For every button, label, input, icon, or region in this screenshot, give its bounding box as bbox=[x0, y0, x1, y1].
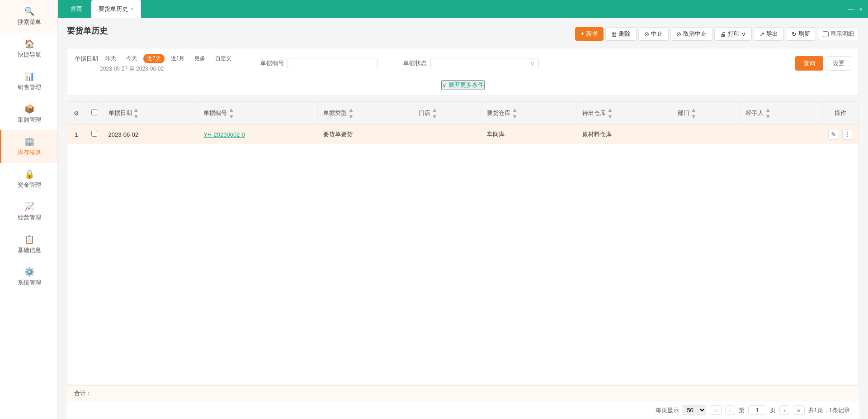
date-btn-custom[interactable]: 自定义 bbox=[212, 54, 235, 63]
sort-department[interactable]: ▲▼ bbox=[691, 106, 697, 120]
delete-button[interactable]: 🗑 删除 bbox=[605, 27, 637, 41]
purchase-mgmt-icon: 📦 bbox=[24, 104, 34, 114]
row-detail-icon[interactable]: ⋮ bbox=[842, 129, 853, 140]
topbar-right-controls: — × bbox=[848, 6, 863, 13]
action-bar: + 新增 🗑 删除 ⊘ 中止 ⊘ 取消中止 🖨 打印 ∨ bbox=[575, 27, 859, 41]
sidebar-label-sys-mgmt: 系统管理 bbox=[18, 279, 41, 287]
sidebar-label-quick-nav: 快捷导航 bbox=[18, 51, 41, 59]
th-store: 门店 ▲▼ bbox=[413, 102, 481, 125]
base-info-icon: 📋 bbox=[24, 234, 34, 244]
table-header-row: ⚙ 单据日期 ▲▼ 单据编号 bbox=[67, 102, 859, 125]
export-icon: ↗ bbox=[760, 31, 764, 38]
sidebar-label-sales-mgmt: 销售管理 bbox=[18, 83, 41, 91]
refresh-button[interactable]: ↻ 刷新 bbox=[786, 27, 816, 41]
display-detail-checkbox[interactable] bbox=[823, 31, 829, 37]
date-btn-yesterday[interactable]: 昨天 bbox=[102, 54, 120, 63]
prev-page-button[interactable]: ‹ bbox=[725, 405, 735, 415]
tab-home[interactable]: 首页 bbox=[63, 0, 90, 18]
fund-mgmt-icon: 🔒 bbox=[24, 169, 34, 179]
row-department bbox=[672, 125, 741, 144]
doc-no-link[interactable]: YH-20230602-0 bbox=[203, 131, 245, 138]
row-operations: ✎ ⋮ bbox=[822, 125, 859, 144]
th-req-warehouse: 要货仓库 ▲▼ bbox=[481, 102, 577, 125]
sidebar-item-fund-mgmt[interactable]: 🔒 资金管理 bbox=[0, 163, 57, 195]
page-title: 要货单历史 bbox=[67, 25, 108, 36]
sidebar-item-ops-mgmt[interactable]: 📈 经营管理 bbox=[0, 195, 57, 228]
sort-store[interactable]: ▲▼ bbox=[432, 106, 438, 120]
query-button[interactable]: 查询 bbox=[795, 56, 823, 71]
new-button[interactable]: + 新增 bbox=[575, 27, 604, 41]
print-button[interactable]: 🖨 打印 ∨ bbox=[714, 27, 752, 41]
first-page-button[interactable]: « bbox=[710, 405, 721, 415]
date-btn-7days[interactable]: 近7天 bbox=[143, 54, 165, 63]
export-button[interactable]: ↗ 导出 bbox=[754, 27, 784, 41]
doc-no-label: 单据编号 bbox=[260, 59, 284, 67]
th-doc-date: 单据日期 ▲▼ bbox=[103, 102, 198, 125]
stop-icon: ⊘ bbox=[644, 31, 649, 38]
sidebar-item-base-info[interactable]: 📋 基础信息 bbox=[0, 228, 57, 261]
current-page-input[interactable] bbox=[748, 405, 766, 415]
print-icon: 🖨 bbox=[720, 31, 726, 38]
sidebar-item-quick-nav[interactable]: 🏠 快捷导航 bbox=[0, 33, 57, 65]
next-page-button[interactable]: › bbox=[779, 405, 789, 415]
row-edit-icon[interactable]: ✎ bbox=[828, 129, 839, 140]
th-settings: ⚙ bbox=[67, 102, 85, 125]
row-select-checkbox[interactable] bbox=[91, 131, 97, 137]
th-doc-type: 单据类型 ▲▼ bbox=[318, 102, 413, 125]
sidebar-item-sales-mgmt[interactable]: 📊 销售管理 bbox=[0, 65, 57, 98]
sidebar-item-inventory[interactable]: 🏢 库存核算 bbox=[0, 130, 57, 163]
close-window-button[interactable]: × bbox=[859, 6, 863, 13]
refresh-icon: ↻ bbox=[792, 31, 797, 38]
date-label: 单据日期 bbox=[75, 55, 98, 63]
row-doc-date: 2023-06-02 bbox=[103, 125, 198, 144]
total-info: 共1页，1条记录 bbox=[808, 406, 850, 414]
expand-filter-button[interactable]: ∨ 展开更多条件 bbox=[441, 80, 485, 90]
sidebar-label-ops-mgmt: 经营管理 bbox=[18, 214, 41, 222]
close-tab-icon[interactable]: × bbox=[131, 6, 134, 12]
table-summary-footer: 合计： bbox=[67, 385, 859, 401]
sort-pending-warehouse[interactable]: ▲▼ bbox=[607, 106, 613, 120]
topbar: 首页 要货单历史 × — × bbox=[58, 0, 868, 18]
display-detail-button[interactable]: 显示明细 bbox=[818, 28, 859, 40]
doc-no-input[interactable] bbox=[288, 58, 378, 69]
filter-bar: 单据日期 昨天 今天 近7天 近1月 更多 自定义 2023-05-27 至 2… bbox=[67, 48, 859, 96]
sort-doc-date[interactable]: ▲▼ bbox=[133, 106, 139, 120]
sidebar-item-sys-mgmt[interactable]: ⚙️ 系统管理 bbox=[0, 261, 57, 293]
status-label: 单据状态 bbox=[403, 59, 427, 67]
sort-doc-type[interactable]: ▲▼ bbox=[348, 106, 354, 120]
per-page-select[interactable]: 50 10 20 100 bbox=[683, 405, 706, 415]
th-operations: 操作 bbox=[822, 102, 859, 125]
last-page-button[interactable]: » bbox=[793, 405, 804, 415]
main-area: 首页 要货单历史 × — × 要货单历史 + 新增 🗑 删除 ⊘ bbox=[58, 0, 868, 419]
content-area: 要货单历史 + 新增 🗑 删除 ⊘ 中止 ⊘ 取消中止 🖨 bbox=[58, 18, 868, 419]
cancel-stop-button[interactable]: ⊘ 取消中止 bbox=[670, 27, 712, 41]
th-doc-no: 单据编号 ▲▼ bbox=[198, 102, 318, 125]
inventory-icon: 🏢 bbox=[24, 137, 34, 147]
sales-mgmt-icon: 📊 bbox=[24, 71, 34, 81]
date-btn-today[interactable]: 今天 bbox=[123, 54, 141, 63]
page-label-before: 第 bbox=[739, 406, 745, 414]
row-doc-no: YH-20230602-0 bbox=[198, 125, 318, 144]
date-btn-1month[interactable]: 近1月 bbox=[167, 54, 189, 63]
sort-handler[interactable]: ▲▼ bbox=[765, 106, 771, 120]
sidebar-label-fund-mgmt: 资金管理 bbox=[18, 181, 41, 189]
th-pending-warehouse: 待出仓库 ▲▼ bbox=[576, 102, 672, 125]
table-row: 1 2023-06-02 YH-20230602-0 要货单要货 车间库 原材料… bbox=[67, 125, 859, 144]
row-handler bbox=[741, 125, 822, 144]
minimize-button[interactable]: — bbox=[848, 6, 854, 13]
sort-req-warehouse[interactable]: ▲▼ bbox=[512, 106, 518, 120]
status-dropdown-icon[interactable]: ∨ bbox=[527, 60, 538, 67]
row-settings: 1 bbox=[67, 125, 85, 144]
settings-button[interactable]: 设置 bbox=[826, 56, 851, 71]
tab-requisition-history[interactable]: 要货单历史 × bbox=[91, 0, 141, 18]
sidebar-label-purchase-mgmt: 采购管理 bbox=[18, 116, 41, 124]
sys-mgmt-icon: ⚙️ bbox=[24, 267, 34, 277]
sidebar-item-purchase-mgmt[interactable]: 📦 采购管理 bbox=[0, 98, 57, 130]
sidebar-item-search-menu[interactable]: 🔍 搜索菜单 bbox=[0, 0, 57, 33]
sort-doc-no[interactable]: ▲▼ bbox=[228, 106, 234, 120]
date-btn-more[interactable]: 更多 bbox=[191, 54, 209, 63]
status-input[interactable] bbox=[431, 58, 527, 69]
select-all-checkbox[interactable] bbox=[91, 110, 97, 115]
delete-icon: 🗑 bbox=[611, 31, 617, 38]
stop-button[interactable]: ⊘ 中止 bbox=[638, 27, 669, 41]
